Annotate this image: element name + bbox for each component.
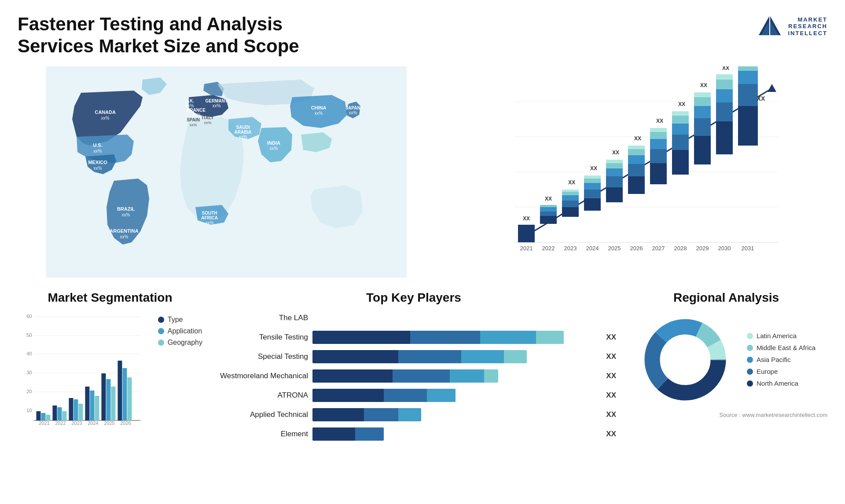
apac-dot	[747, 357, 753, 363]
svg-rect-62	[584, 175, 601, 179]
segmentation-title: Market Segmentation	[18, 291, 202, 305]
geography-label: Geography	[168, 339, 202, 347]
svg-rect-58	[584, 198, 601, 211]
svg-text:60: 60	[26, 314, 32, 319]
svg-rect-142	[85, 387, 89, 420]
canada-label: CANADA	[95, 110, 116, 115]
svg-text:ITALY: ITALY	[202, 115, 214, 120]
svg-text:xx%: xx%	[192, 113, 201, 117]
svg-rect-87	[672, 135, 689, 150]
north-america-dot	[747, 380, 753, 387]
svg-text:30: 30	[26, 370, 32, 375]
svg-text:xx%: xx%	[315, 111, 323, 116]
player-row-westmoreland: Westmoreland Mechanical XX	[211, 369, 616, 383]
player-bar-westmoreland	[312, 369, 598, 383]
svg-text:XX: XX	[634, 135, 641, 142]
svg-rect-47	[540, 207, 557, 212]
svg-rect-89	[672, 116, 689, 124]
svg-rect-133	[36, 411, 40, 420]
svg-text:10: 10	[26, 408, 32, 413]
key-players-title: Top Key Players	[211, 291, 616, 305]
logo-line3: INTELLECT	[788, 30, 828, 37]
player-name-thelab: The LAB	[211, 314, 308, 322]
type-label: Type	[168, 316, 183, 324]
svg-text:XX: XX	[700, 82, 707, 88]
legend-type: Type	[158, 316, 202, 324]
svg-rect-68	[606, 163, 623, 168]
svg-rect-148	[118, 361, 122, 420]
svg-point-156	[662, 337, 708, 383]
svg-rect-46	[540, 212, 557, 216]
svg-rect-59	[584, 190, 601, 198]
svg-rect-69	[606, 160, 623, 163]
player-name-atrona: ATRONA	[211, 391, 308, 400]
market-size-chart: 2021 XX 2022 XX 2023 XX	[448, 66, 827, 278]
svg-text:2024: 2024	[88, 420, 98, 426]
svg-text:XX: XX	[757, 95, 765, 102]
player-xx-element: XX	[606, 430, 616, 438]
svg-rect-150	[127, 377, 132, 420]
mea-dot	[747, 345, 753, 351]
player-row-applied: Applied Technical XX	[211, 408, 616, 421]
player-bar-thelab	[312, 311, 608, 325]
svg-text:ARABIA: ARABIA	[235, 130, 252, 135]
regional-title: Regional Analysis	[625, 291, 827, 305]
svg-rect-83	[650, 128, 667, 132]
segmentation-chart: 60 50 40 30 20 10 2021	[18, 311, 145, 426]
svg-rect-97	[694, 92, 711, 97]
logo-line1: MARKET	[788, 16, 828, 23]
svg-text:2022: 2022	[55, 420, 66, 426]
player-xx-applied: XX	[606, 410, 616, 419]
player-bar-atrona	[312, 389, 598, 402]
svg-rect-53	[562, 195, 579, 201]
donut-chart	[637, 311, 734, 408]
svg-text:XX: XX	[545, 196, 552, 202]
regional-legend: Latin America Middle East & Africa Asia …	[747, 332, 816, 387]
svg-rect-73	[628, 164, 645, 176]
svg-text:xx%: xx%	[122, 212, 130, 217]
regional-panel: Regional Analysis	[625, 291, 827, 447]
svg-text:XX: XX	[612, 150, 619, 156]
svg-rect-96	[694, 97, 711, 106]
player-name-special: Special Testing	[211, 352, 308, 361]
svg-rect-103	[716, 80, 733, 89]
player-bar-element	[312, 427, 598, 441]
svg-rect-102	[716, 89, 733, 102]
player-row-thelab: The LAB	[211, 311, 616, 325]
svg-text:xx%: xx%	[94, 166, 102, 171]
svg-text:xx%: xx%	[213, 103, 221, 108]
svg-text:INDIA: INDIA	[267, 140, 280, 146]
player-row-element: Element XX	[211, 427, 616, 441]
svg-rect-139	[69, 398, 73, 420]
svg-text:U.S.: U.S.	[93, 142, 102, 148]
svg-rect-109	[738, 71, 758, 84]
svg-rect-79	[650, 163, 667, 184]
legend-latin: Latin America	[747, 332, 816, 340]
svg-text:xx%: xx%	[206, 220, 214, 225]
svg-text:50: 50	[26, 332, 32, 338]
europe-dot	[747, 369, 753, 375]
svg-text:2026: 2026	[120, 420, 131, 426]
svg-rect-149	[122, 368, 127, 420]
svg-text:JAPAN: JAPAN	[345, 106, 360, 110]
player-row-atrona: ATRONA XX	[211, 389, 616, 402]
svg-text:2024: 2024	[586, 245, 599, 252]
svg-text:2023: 2023	[71, 420, 82, 426]
header: Fastener Testing and Analysis Services M…	[18, 13, 827, 58]
svg-rect-147	[111, 387, 115, 420]
legend-mea: Middle East & Africa	[747, 344, 816, 351]
player-row-special: Special Testing XX	[211, 350, 616, 363]
svg-text:AFRICA: AFRICA	[201, 215, 218, 220]
svg-rect-140	[73, 399, 78, 420]
svg-text:2025: 2025	[608, 245, 621, 252]
logo: MARKET RESEARCH INTELLECT	[757, 13, 828, 40]
svg-rect-110	[738, 66, 758, 71]
svg-rect-82	[650, 132, 667, 139]
svg-text:xx%: xx%	[270, 146, 278, 151]
bottom-section: Market Segmentation 60 50 40 30 20 10	[18, 291, 827, 447]
svg-text:MEXICO: MEXICO	[88, 160, 107, 165]
legend-europe: Europe	[747, 368, 816, 375]
player-xx-special: XX	[606, 352, 616, 361]
svg-rect-104	[716, 74, 733, 80]
svg-text:2028: 2028	[674, 245, 687, 252]
